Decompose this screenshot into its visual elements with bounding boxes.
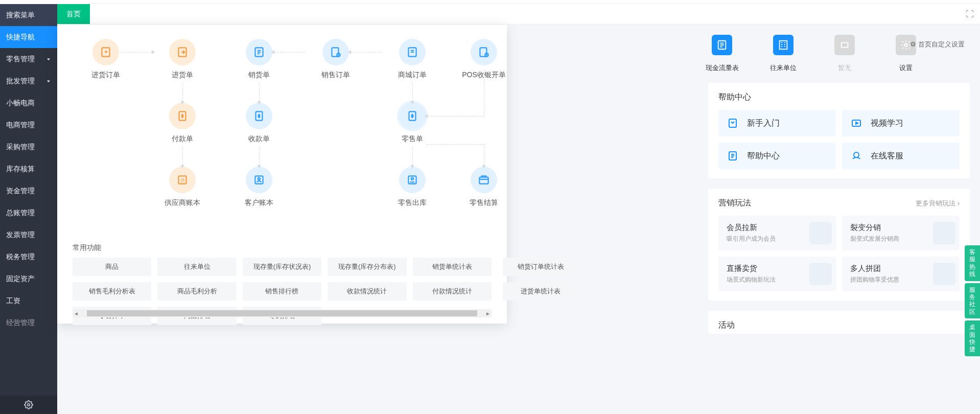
node-sales-bill[interactable]: 销货单 — [226, 39, 292, 80]
quick-card-partners[interactable]: 往来单位 — [760, 35, 806, 73]
node-purchase-order[interactable]: 进货订单 — [73, 39, 139, 80]
common-functions-title: 常用功能 — [57, 243, 507, 258]
node-supplier-ledger[interactable]: 供 供应商账本 — [149, 167, 216, 208]
connector — [426, 144, 484, 145]
homepage-custom-settings[interactable]: ⚙ 首页自定义设置 — [910, 40, 965, 49]
sidebar-item-invoice[interactable]: 发票管理 — [0, 224, 57, 246]
arrow-icon — [152, 50, 155, 54]
common-btn-sales-rank[interactable]: 销售排行榜 — [243, 282, 321, 301]
float-tag-community[interactable]: 服务社区 — [965, 283, 980, 319]
common-btn-sales-gross[interactable]: 销售毛利分析表 — [73, 282, 151, 301]
help-item-video[interactable]: 视频学习 — [842, 110, 960, 136]
sidebar-item-wholesale[interactable]: 批发管理 ▼ — [0, 70, 57, 92]
connector — [484, 70, 484, 116]
common-btn-stock-status[interactable]: 现存量(库存状况表) — [243, 258, 321, 276]
supplier-ledger-icon: 供 — [169, 167, 196, 193]
sidebar-item-inventory[interactable]: 库存核算 — [0, 158, 57, 180]
marketing-bg-icon — [933, 222, 955, 244]
sales-order-icon — [322, 39, 349, 65]
node-retail-bill[interactable]: 零售单 — [379, 103, 446, 144]
svg-point-4 — [904, 43, 907, 47]
more-marketing-link[interactable]: 更多营销玩法 › — [916, 199, 960, 208]
sidebar-item-operations[interactable]: 经营管理 — [0, 312, 57, 334]
marketing-item-member[interactable]: 会员拉新 吸引用户成为会员 — [718, 216, 836, 250]
connector — [428, 116, 484, 117]
sidebar-item-label: 资金管理 — [6, 187, 35, 196]
common-btn-purchase-stats[interactable]: 进货单统计表 — [503, 282, 578, 301]
node-label: 零售结算 — [451, 198, 517, 208]
node-payment[interactable]: 付款单 — [149, 103, 216, 144]
sidebar-search[interactable]: 搜索菜单 — [0, 4, 57, 26]
marketing-item-group[interactable]: 多人拼团 拼团购物享受优惠 — [842, 257, 960, 291]
common-btn-partners[interactable]: 往来单位 — [157, 258, 236, 276]
quick-card-label: 暂无 — [838, 63, 851, 73]
common-btn-stock-dist[interactable]: 现存量(库存分布表) — [328, 258, 406, 276]
activity-panel: 活动 — [708, 311, 970, 334]
sales-bill-icon — [246, 39, 272, 65]
sidebar-item-tax[interactable]: 税务管理 — [0, 246, 57, 268]
node-retail-outbound[interactable]: 零售出库 — [379, 167, 446, 208]
help-item-newbie[interactable]: 新手入门 — [718, 110, 836, 136]
marketing-bg-icon — [809, 263, 832, 285]
arrow-icon — [271, 50, 274, 54]
node-label: 零售出库 — [379, 198, 446, 208]
node-receipt[interactable]: 收款单 — [226, 103, 292, 144]
tab-home[interactable]: 首页 — [57, 4, 90, 24]
float-tag-hotline[interactable]: 客服热线 — [965, 245, 980, 281]
sidebar-item-purchase[interactable]: 采购管理 — [0, 136, 57, 158]
node-retail-settlement[interactable]: 零售结算 — [451, 167, 517, 208]
sidebar-item-salary[interactable]: 工资 — [0, 290, 57, 312]
arrow-icon — [482, 165, 486, 168]
sidebar-item-ledger[interactable]: 总账管理 — [0, 202, 57, 224]
node-label: 收款单 — [226, 134, 292, 144]
caret-down-icon: ▼ — [46, 79, 51, 83]
sidebar-item-retail[interactable]: 零售管理 ▼ — [0, 48, 57, 70]
svg-rect-26 — [479, 177, 488, 184]
connector — [182, 147, 183, 165]
scroll-left-arrow[interactable]: ◄ — [73, 311, 80, 316]
help-item-support[interactable]: 在线客服 — [842, 143, 960, 169]
sidebar-item-ecommerce[interactable]: 电商管理 — [0, 114, 57, 136]
node-purchase-bill[interactable]: 进货单 — [149, 39, 216, 80]
flyout-horizontal-scrollbar[interactable]: ◄ ► — [73, 309, 492, 317]
common-btn-product[interactable]: 商品 — [73, 258, 151, 276]
arrow-icon — [410, 101, 414, 104]
connector — [259, 83, 260, 101]
help-item-label: 视频学习 — [871, 118, 903, 129]
connector — [351, 52, 382, 53]
marketing-bg-icon — [933, 263, 955, 285]
sidebar-item-funds[interactable]: 资金管理 — [0, 180, 57, 202]
quick-card-cashflow[interactable]: 现金流量表 — [699, 35, 745, 73]
arrow-icon — [180, 101, 184, 104]
book-icon — [726, 116, 740, 130]
scroll-thumb[interactable] — [87, 310, 477, 316]
common-btn-product-gross[interactable]: 商品毛利分析 — [157, 282, 236, 301]
help-item-center[interactable]: 帮助中心 — [718, 143, 836, 169]
common-btn-sales-bill-stats[interactable]: 销货单统计表 — [413, 258, 492, 276]
arrow-icon — [410, 165, 414, 168]
marketing-item-fission[interactable]: 裂变分销 裂变式发展分销商 — [842, 216, 960, 250]
marketing-item-live[interactable]: 直播卖货 场景式购物新玩法 — [718, 257, 836, 291]
float-tag-desktop[interactable]: 桌面快捷 — [965, 320, 980, 356]
scroll-right-arrow[interactable]: ► — [484, 311, 492, 316]
sidebar-item-label: 发票管理 — [6, 231, 35, 240]
node-mall-order[interactable]: 商城订单 — [379, 39, 446, 80]
common-btn-sales-order-stats[interactable]: 销货订单统计表 — [503, 258, 578, 276]
sidebar-settings-button[interactable] — [0, 396, 57, 414]
sidebar-item-quick-nav[interactable]: 快捷导航 — [0, 26, 57, 48]
fullscreen-button[interactable]: ⛶ — [960, 4, 980, 24]
node-sales-order[interactable]: 销售订单 — [302, 39, 369, 80]
marketing-panel: 营销玩法 更多营销玩法 › 会员拉新 吸引用户成为会员 裂变分销 裂变式发展分销… — [708, 189, 970, 301]
sidebar-item-label: 工资 — [6, 296, 20, 306]
common-btn-payment-stats[interactable]: 付款情况统计 — [413, 282, 492, 301]
common-btn-receipt-stats[interactable]: 收款情况统计 — [328, 282, 406, 301]
quick-card-empty[interactable]: 暂无 — [822, 35, 868, 73]
placeholder-icon — [834, 35, 855, 55]
help-item-label: 在线客服 — [871, 151, 903, 162]
quick-card-label: 现金流量表 — [706, 63, 739, 73]
chevron-right-icon: › — [958, 199, 960, 207]
sidebar-item-label: 采购管理 — [6, 143, 35, 152]
sidebar-item-assets[interactable]: 固定资产 — [0, 268, 57, 290]
sidebar-item-xiaochang[interactable]: 小畅电商 — [0, 92, 57, 114]
node-customer-ledger[interactable]: 客户账本 — [226, 167, 292, 208]
